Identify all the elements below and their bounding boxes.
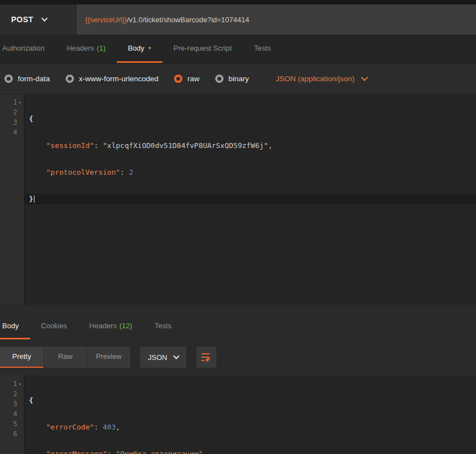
response-format-dropdown[interactable]: JSON: [140, 347, 186, 368]
radio-label: form-data: [18, 75, 50, 83]
radio-binary[interactable]: binary: [215, 75, 249, 83]
token-punct: :: [120, 168, 129, 176]
response-body-viewer: 1 ▾ 2 3 4 5: [0, 376, 476, 454]
chevron-down-icon: [361, 74, 369, 81]
request-body-editor[interactable]: 1 ▾ 2 3 4 { "sessionId": "xlpcqfXiOD0dv5…: [0, 95, 476, 305]
token-brace: {: [29, 115, 33, 123]
line-number: 6: [13, 430, 17, 438]
preview-button[interactable]: Preview: [87, 347, 130, 368]
pretty-button[interactable]: Pretty: [0, 347, 43, 368]
tab-label: Headers: [90, 322, 117, 330]
url-path: /v1.0/ticket/showBarcode?id=1074414: [127, 16, 249, 24]
gutter-row: 4: [0, 409, 24, 419]
token-punct: ,: [203, 450, 207, 454]
tab-label: Body: [128, 44, 145, 52]
gutter-row: 2: [0, 107, 24, 117]
token-string: "Ошибка авторизации": [116, 450, 203, 454]
line-number: 4: [13, 129, 17, 136]
gutter-row: 1 ▾: [0, 97, 24, 107]
gutter-row: 2: [0, 389, 24, 399]
method-dropdown[interactable]: POST: [0, 4, 76, 34]
url-variable: {{serviceUrl}}: [85, 16, 127, 24]
tab-label: Pre-request Script: [173, 44, 232, 52]
content-type-dropdown[interactable]: JSON (application/json): [276, 75, 368, 83]
tab-body[interactable]: Body ●: [117, 34, 162, 63]
tab-headers[interactable]: Headers (1): [56, 34, 117, 63]
button-label: Pretty: [12, 352, 31, 361]
fold-icon[interactable]: ▾: [17, 100, 23, 105]
content-type-label: JSON (application/json): [276, 75, 355, 83]
tab-authorization[interactable]: Authorization: [0, 34, 56, 63]
chevron-down-icon: [41, 15, 47, 21]
window-top-strip: [0, 0, 476, 4]
tab-tests[interactable]: Tests: [243, 34, 282, 63]
postman-window: POST {{serviceUrl}}/v1.0/ticket/showBarc…: [0, 0, 476, 454]
token-punct: ,: [268, 141, 272, 150]
gutter-row: 3: [0, 399, 24, 409]
code-line: "sessionId": "xlpcqfXiOD0dv51D84fvP8UArS…: [24, 141, 476, 151]
tab-pre-request-script[interactable]: Pre-request Script: [162, 34, 243, 63]
tab-response-body[interactable]: Body: [0, 314, 30, 339]
wrap-lines-button[interactable]: [196, 347, 216, 368]
tab-label: Authorization: [2, 44, 44, 52]
radio-selected-icon: [174, 75, 182, 83]
green-dot-icon: ●: [148, 45, 151, 51]
token-key: "errorMessage": [29, 450, 107, 454]
view-mode-switch: Pretty Raw Preview: [0, 347, 130, 368]
response-viewer-gutter: 1 ▾ 2 3 4 5: [0, 376, 24, 454]
line-number: 1: [13, 98, 17, 106]
tab-label: Tests: [155, 322, 171, 330]
response-toolbar: Pretty Raw Preview JSON: [0, 347, 476, 368]
line-number: 4: [13, 410, 17, 418]
tab-label: Tests: [254, 44, 271, 52]
text-cursor: [34, 195, 34, 203]
fold-icon[interactable]: ▾: [17, 382, 23, 387]
radio-icon: [4, 75, 13, 83]
url-input[interactable]: {{serviceUrl}}/v1.0/ticket/showBarcode?i…: [76, 4, 476, 34]
token-key: "errorCode": [29, 423, 94, 431]
radio-label: x-www-form-urlencoded: [79, 75, 158, 83]
gutter-row: 4: [0, 127, 24, 137]
radio-x-www-form-urlencoded[interactable]: x-www-form-urlencoded: [66, 75, 158, 83]
request-tabs: Authorization Headers (1) Body ● Pre-req…: [0, 34, 476, 63]
radio-icon: [215, 75, 224, 83]
code-line: "protocolVersion": 2: [24, 167, 476, 177]
line-number: 5: [13, 420, 17, 428]
tab-response-tests[interactable]: Tests: [143, 314, 182, 339]
tab-response-headers[interactable]: Headers (12): [78, 314, 143, 339]
wrap-lines-icon: [200, 351, 212, 363]
line-number: 3: [13, 400, 17, 408]
radio-label: raw: [187, 75, 200, 83]
radio-label: binary: [229, 75, 249, 83]
tab-label: Body: [2, 322, 19, 330]
tab-label: Headers: [67, 44, 94, 52]
token-key: "sessionId": [29, 141, 94, 150]
tab-cookies[interactable]: Cookies: [30, 314, 78, 339]
token-string: "xlpcqfXiOD0dv51D84fvP8UArSxQD59zfW6j": [103, 141, 268, 150]
line-number: 3: [13, 119, 17, 126]
code-line: {: [24, 114, 476, 124]
token-brace: }: [29, 195, 33, 203]
raw-button[interactable]: Raw: [43, 347, 87, 368]
line-number: 2: [13, 390, 17, 398]
tab-label: Cookies: [41, 322, 67, 330]
request-bar: POST {{serviceUrl}}/v1.0/ticket/showBarc…: [0, 4, 476, 34]
code-line: "errorMessage": "Ошибка авторизации",: [24, 449, 476, 454]
code-line: {: [24, 396, 476, 406]
headers-count-badge: (12): [120, 322, 132, 330]
request-code-area[interactable]: { "sessionId": "xlpcqfXiOD0dv51D84fvP8UA…: [24, 95, 476, 305]
gutter-row: 3: [0, 117, 24, 127]
code-line-active: }: [24, 194, 476, 204]
body-type-bar: form-data x-www-form-urlencoded raw bina…: [0, 63, 476, 95]
line-number: 2: [13, 108, 17, 116]
method-label: POST: [11, 15, 33, 24]
token-punct: :: [94, 141, 103, 150]
gutter-row: 6: [0, 429, 24, 439]
radio-icon: [66, 75, 74, 83]
radio-raw[interactable]: raw: [174, 75, 200, 83]
response-tabs: Body Cookies Headers (12) Tests: [0, 305, 476, 339]
radio-form-data[interactable]: form-data: [4, 75, 50, 83]
token-punct: ,: [116, 423, 120, 431]
token-key: "protocolVersion": [29, 168, 120, 176]
response-section: Body Cookies Headers (12) Tests Pretty R…: [0, 305, 476, 454]
